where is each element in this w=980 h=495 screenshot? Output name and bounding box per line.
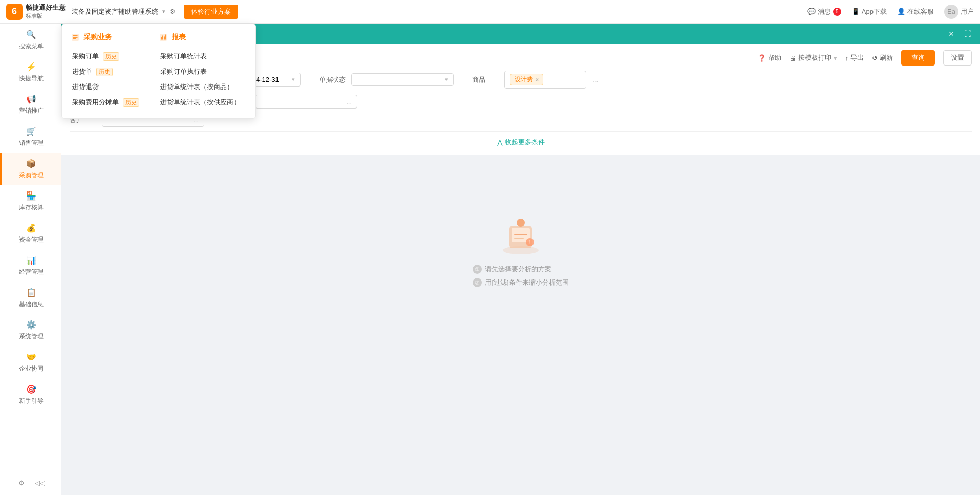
- logo-text: 畅捷通好生意 标准版: [26, 4, 66, 19]
- message-badge: 5: [833, 8, 841, 16]
- query-button[interactable]: 查询: [901, 50, 935, 66]
- doc-status-label: 单据状态: [319, 75, 347, 84]
- basic-info-icon: 📋: [26, 287, 37, 298]
- goods-label: 商品: [472, 75, 500, 84]
- purchase-business-title: 采购业务: [70, 32, 142, 42]
- finance-icon: 💰: [26, 222, 37, 233]
- collapse-row: ⋀ 收起更多条件: [70, 136, 972, 149]
- export-icon: ↑: [845, 54, 849, 62]
- tab-close-all-button[interactable]: ✕: [945, 28, 957, 40]
- date-end-arrow-icon: ▾: [292, 76, 295, 83]
- settings-icon[interactable]: ⚙: [165, 5, 180, 19]
- enterprise-icon: 🤝: [26, 351, 37, 362]
- online-service-button[interactable]: 👤 在线客服: [897, 7, 934, 16]
- topbar-right: 💬 消息 5 📱 App下载 👤 在线客服 Ea 用户: [807, 5, 974, 19]
- empty-illustration: !: [495, 216, 546, 256]
- step1-circle: ①: [473, 265, 482, 274]
- dropdown-item-purchase-expense[interactable]: 采购费用分摊单 历史: [70, 95, 142, 110]
- print-arrow-icon: ▾: [834, 54, 837, 62]
- system-icon: ⚙️: [26, 319, 37, 330]
- salesperson-more-dots: ...: [346, 98, 352, 105]
- sidebar-item-finance[interactable]: 💰 资金管理: [0, 217, 61, 249]
- sidebar-item-marketing[interactable]: 📢 营销推广: [0, 88, 61, 120]
- goods-more-dots: ...: [592, 76, 598, 83]
- sidebar-item-quick-nav[interactable]: ⚡ 快捷导航: [0, 56, 61, 88]
- goods-input[interactable]: 设计费 ×: [504, 71, 586, 89]
- goods-tag-remove-button[interactable]: ×: [535, 76, 539, 83]
- mobile-icon: 📱: [851, 8, 860, 15]
- sidebar-bottom: ⚙ ◁◁: [0, 470, 61, 495]
- sidebar-collapse-button[interactable]: ◁◁: [32, 475, 48, 491]
- svg-text:!: !: [528, 240, 530, 245]
- sidebar-item-purchase[interactable]: 📦 采购管理: [0, 153, 61, 185]
- history-badge-receipt: 历史: [96, 68, 113, 76]
- lightning-icon: ⚡: [26, 61, 37, 72]
- industry-button[interactable]: 体验行业方案: [184, 5, 238, 19]
- goods-tag: 设计费 ×: [510, 74, 543, 85]
- report-col-title: 报表: [158, 32, 242, 42]
- help-icon: ❓: [758, 54, 766, 62]
- guide-icon: 🎯: [26, 383, 37, 395]
- purchase-icon: 📦: [26, 158, 37, 169]
- logo: 6 畅捷通好生意 标准版: [6, 4, 68, 20]
- svg-rect-4: [518, 221, 524, 225]
- step2-circle: ②: [473, 278, 482, 287]
- service-icon: 👤: [897, 8, 905, 15]
- purchase-title-icon: [70, 32, 80, 42]
- dropdown-item-purchase-order[interactable]: 采购订单 历史: [70, 49, 142, 64]
- user-button[interactable]: Ea 用户: [944, 5, 974, 19]
- help-button[interactable]: ❓ 帮助: [758, 53, 781, 62]
- report-col: 报表 采购订单统计表 采购订单执行表 进货单统计表（按商品） 进货单统计表（按供…: [158, 32, 242, 110]
- message-icon: 💬: [807, 8, 816, 15]
- print-button[interactable]: 🖨 按模板打印 ▾: [790, 53, 837, 62]
- doc-status-arrow-icon: ▾: [445, 76, 448, 83]
- dropdown-item-purchase-receipt[interactable]: 进货单 历史: [70, 64, 142, 79]
- sales-icon: 🛒: [26, 125, 37, 137]
- purchase-dropdown-menu: 采购业务 采购订单 历史 进货单 历史 进货退货 采购费用分摊单 历史: [61, 24, 256, 119]
- dropdown-item-po-stats[interactable]: 采购订单统计表: [158, 49, 242, 64]
- refresh-button[interactable]: ↺ 刷新: [872, 53, 893, 62]
- app-download-button[interactable]: 📱 App下载: [851, 7, 887, 16]
- system-title[interactable]: 装备及固定资产辅助管理系统 ▾: [72, 7, 165, 16]
- sidebar: 🔍 搜索菜单 ⚡ 快捷导航 📢 营销推广 🛒 销售管理 📦 采购管理 🏪 库存核…: [0, 24, 61, 495]
- tab-bar-actions: ✕ ⛶: [945, 28, 980, 40]
- sidebar-item-operations[interactable]: 📊 经营管理: [0, 249, 61, 282]
- dropdown-item-receipt-stats-supplier[interactable]: 进货单统计表（按供应商）: [158, 95, 242, 110]
- history-badge-expense: 历史: [123, 98, 139, 107]
- history-badge-purchase-order: 历史: [103, 52, 119, 61]
- search-icon: 🔍: [26, 29, 37, 40]
- sidebar-settings-button[interactable]: ⚙: [13, 475, 30, 491]
- doc-status-input[interactable]: ▾: [351, 73, 454, 86]
- collapse-up-icon: ⋀: [497, 139, 503, 146]
- sidebar-item-system[interactable]: ⚙️ 系统管理: [0, 314, 61, 346]
- tab-maximize-button[interactable]: ⛶: [962, 28, 974, 40]
- top-bar: 6 畅捷通好生意 标准版 装备及固定资产辅助管理系统 ▾ ⚙ 体验行业方案 💬 …: [0, 0, 980, 24]
- logo-icon: 6: [6, 4, 23, 20]
- sidebar-item-inventory[interactable]: 🏪 库存核算: [0, 185, 61, 217]
- dropdown-item-receipt-stats-goods[interactable]: 进货单统计表（按商品）: [158, 79, 242, 95]
- dropdown-item-po-exec[interactable]: 采购订单执行表: [158, 64, 242, 79]
- collapse-button[interactable]: ⋀ 收起更多条件: [493, 136, 549, 149]
- doc-status-filter-group: 单据状态 ▾: [319, 73, 454, 86]
- report-title-icon: [158, 32, 168, 42]
- inventory-icon: 🏪: [26, 190, 37, 201]
- marketing-icon: 📢: [26, 93, 37, 104]
- print-icon: 🖨: [790, 54, 796, 62]
- sidebar-item-search[interactable]: 🔍 搜索菜单: [0, 24, 61, 56]
- purchase-business-col: 采购业务 采购订单 历史 进货单 历史 进货退货 采购费用分摊单 历史: [70, 32, 142, 110]
- refresh-icon: ↺: [872, 54, 878, 62]
- goods-filter-group: 商品 设计费 × ...: [472, 71, 598, 89]
- empty-tips: ① 请先选择要分析的方案 ② 用[过滤]条件来缩小分析范围: [473, 263, 568, 289]
- salesperson-input[interactable]: ...: [255, 95, 357, 109]
- sidebar-item-sales[interactable]: 🛒 销售管理: [0, 120, 61, 153]
- sidebar-item-basic-info[interactable]: 📋 基础信息: [0, 282, 61, 314]
- dropdown-item-purchase-return[interactable]: 进货退货: [70, 79, 142, 95]
- sidebar-item-enterprise[interactable]: 🤝 企业协同: [0, 346, 61, 378]
- avatar: Ea: [944, 5, 958, 19]
- settings-button[interactable]: 设置: [943, 50, 972, 66]
- message-button[interactable]: 💬 消息 5: [807, 7, 841, 16]
- sidebar-item-guide[interactable]: 🎯 新手引导: [0, 378, 61, 411]
- operations-icon: 📊: [26, 254, 37, 266]
- empty-state: ! ① 请先选择要分析的方案 ② 用[过滤]条件来缩小分析范围: [61, 155, 980, 350]
- export-button[interactable]: ↑ 导出: [845, 53, 864, 62]
